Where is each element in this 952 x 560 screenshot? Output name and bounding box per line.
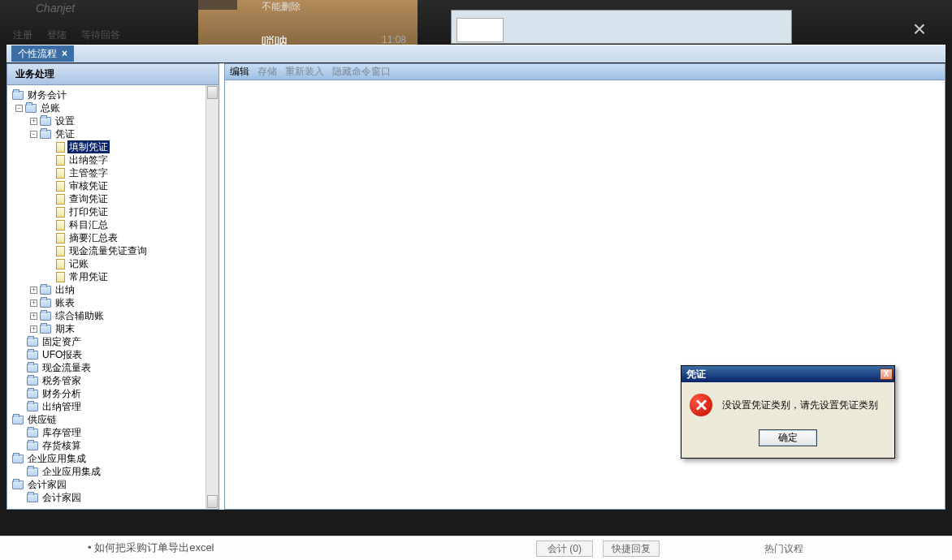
tree-node[interactable]: -凭证: [9, 127, 217, 140]
tree-label: 现金流量表: [41, 361, 93, 374]
tree-node[interactable]: 摘要汇总表: [9, 231, 217, 244]
tree-node[interactable]: +期末: [9, 322, 217, 335]
ok-button[interactable]: 确定: [759, 429, 817, 446]
collapse-icon[interactable]: -: [15, 105, 23, 112]
nav-tree[interactable]: 财务会计 -总账 +设置 -凭证 填制凭证 出纳签字 主管签字 审核凭证 查询凭…: [7, 85, 219, 509]
folder-icon: [12, 480, 24, 489]
folder-icon: [27, 493, 38, 502]
chat-avatar: [198, 0, 237, 10]
menu-hide-cmd: 隐藏命令窗口: [332, 65, 391, 79]
sidebar-title: 业务处理: [7, 64, 219, 85]
dialog-close-icon[interactable]: X: [880, 368, 893, 380]
tab-label: 个性流程: [18, 47, 57, 61]
expand-icon[interactable]: +: [30, 286, 37, 294]
tree-label: 常用凭证: [67, 270, 110, 283]
tree-node[interactable]: 打印凭证: [9, 205, 217, 218]
tree-node[interactable]: 出纳签字: [9, 153, 217, 166]
footer-box[interactable]: 会计 (0): [536, 541, 593, 557]
tree-node[interactable]: 常用凭证: [9, 270, 217, 283]
footer-text[interactable]: • 如何把采购订单导出excel: [88, 541, 214, 555]
tree-node[interactable]: +账表: [9, 296, 217, 309]
dialog-titlebar[interactable]: 凭证 X: [682, 366, 894, 382]
folder-icon: [12, 91, 24, 100]
folder-icon: [12, 454, 24, 463]
tree-node[interactable]: 会计家园: [9, 478, 217, 491]
dialog-title: 凭证: [686, 368, 706, 381]
file-icon: [56, 272, 65, 282]
tree-label: 出纳: [54, 283, 76, 296]
tab-close-icon[interactable]: ×: [62, 48, 67, 59]
tree-node[interactable]: 现金流量表: [9, 361, 217, 374]
tree-label: 供应链: [26, 413, 58, 426]
tree-label: 会计家园: [26, 478, 68, 491]
tree-node[interactable]: 财务会计: [9, 88, 217, 101]
tree-node[interactable]: 出纳管理: [9, 400, 217, 413]
tree-node[interactable]: 企业应用集成: [9, 465, 217, 478]
tree-label: 打印凭证: [67, 205, 110, 218]
tree-label: 现金流量凭证查询: [67, 244, 149, 257]
tree-node[interactable]: 企业应用集成: [9, 452, 217, 465]
expand-icon[interactable]: +: [30, 312, 37, 320]
file-icon: [56, 233, 65, 243]
folder-icon: [27, 351, 38, 360]
tree-node-selected[interactable]: 填制凭证: [9, 140, 217, 153]
tree-node[interactable]: 科目汇总: [9, 218, 217, 231]
tree-node[interactable]: 现金流量凭证查询: [9, 244, 217, 257]
tree-label: UFO报表: [41, 348, 84, 361]
collapse-icon[interactable]: -: [30, 131, 37, 138]
scrollbar[interactable]: [206, 85, 219, 509]
tree-node[interactable]: 记账: [9, 257, 217, 270]
folder-icon: [27, 442, 38, 450]
file-icon: [56, 181, 65, 192]
tree-label: 出纳管理: [41, 400, 83, 413]
expand-icon[interactable]: +: [30, 118, 37, 125]
file-icon: [56, 155, 65, 166]
tree-node[interactable]: 供应链: [9, 413, 217, 426]
file-icon: [56, 207, 65, 218]
tree-label: 记账: [67, 257, 90, 270]
brand-logo: Chanjet: [36, 2, 75, 15]
bottom-strip: • 如何把采购订单导出excel 会计 (0) 快捷回复 热门议程: [0, 536, 952, 560]
tree-label: 科目汇总: [67, 218, 110, 231]
tab-active[interactable]: 个性流程 ×: [11, 45, 74, 62]
bd-btn[interactable]: 等待回答: [81, 28, 120, 42]
footer-box[interactable]: 热门议程: [755, 541, 812, 557]
tree-node[interactable]: 主管签字: [9, 166, 217, 179]
tree-label: 存货核算: [41, 439, 83, 452]
tree-label: 填制凭证: [67, 140, 110, 153]
bd-btn[interactable]: 登陆: [47, 28, 67, 42]
tree-node[interactable]: 财务分析: [9, 387, 217, 400]
tree-label: 固定资产: [41, 335, 83, 348]
tree-node[interactable]: +综合辅助账: [9, 309, 217, 322]
folder-icon: [27, 403, 38, 411]
dialog-message: 没设置凭证类别，请先设置凭证类别: [722, 398, 878, 412]
folder-icon: [40, 299, 51, 308]
folder-icon: [40, 286, 51, 295]
close-icon[interactable]: ×: [903, 18, 936, 44]
folder-icon: [27, 377, 38, 386]
chat-time: 11:08: [382, 34, 406, 45]
expand-icon[interactable]: +: [30, 325, 37, 333]
tree-node[interactable]: 会计家园: [9, 491, 217, 504]
tree-node[interactable]: UFO报表: [9, 348, 217, 361]
tree-node[interactable]: +出纳: [9, 283, 217, 296]
file-icon: [56, 168, 65, 179]
error-dialog: 凭证 X 没设置凭证类别，请先设置凭证类别 确定: [681, 365, 895, 459]
footer-box[interactable]: 快捷回复: [603, 541, 660, 557]
expand-icon[interactable]: +: [30, 299, 37, 307]
tree-node[interactable]: -总账: [9, 101, 217, 114]
bd-btn[interactable]: 注册: [13, 28, 32, 42]
tree-node[interactable]: 税务管家: [9, 374, 217, 387]
tree-node[interactable]: 固定资产: [9, 335, 217, 348]
tree-node[interactable]: 存货核算: [9, 439, 217, 452]
tree-node[interactable]: +设置: [9, 114, 217, 127]
tree-label: 凭证: [54, 127, 76, 140]
tree-label: 摘要汇总表: [67, 231, 119, 244]
tree-node[interactable]: 库存管理: [9, 426, 217, 439]
dialog-body: 没设置凭证类别，请先设置凭证类别 确定: [682, 382, 894, 458]
menu-edit[interactable]: 编辑: [230, 65, 249, 79]
tree-node[interactable]: 查询凭证: [9, 192, 217, 205]
sidebar: 业务处理 财务会计 -总账 +设置 -凭证 填制凭证 出纳签字 主管签字 审核凭…: [6, 63, 219, 510]
tree-label: 查询凭证: [67, 192, 110, 205]
tree-node[interactable]: 审核凭证: [9, 179, 217, 192]
